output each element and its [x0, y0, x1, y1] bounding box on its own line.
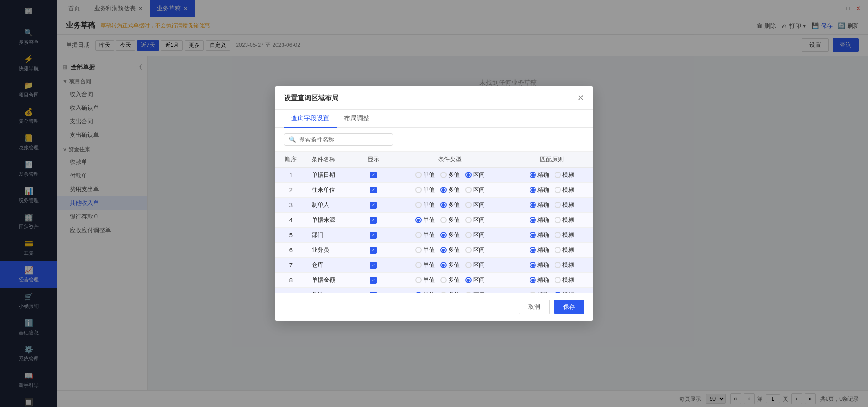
- radio-match-precise-4[interactable]: 精确: [530, 231, 549, 239]
- radio-label-multi-1: 多值: [448, 186, 460, 194]
- radio-type-range-4[interactable]: 区间: [465, 231, 485, 239]
- radio-type-range-6[interactable]: 区间: [465, 261, 485, 269]
- cell-order-5: 6: [275, 243, 307, 258]
- radio-label-single-6: 单值: [423, 261, 435, 269]
- checkbox-show-2[interactable]: ✓: [370, 202, 377, 209]
- radio-circle-single-1: [415, 187, 422, 193]
- cell-show-5[interactable]: ✓: [358, 243, 390, 258]
- radio-label-multi-2: 多值: [448, 201, 460, 209]
- radio-type-range-3[interactable]: 区间: [465, 216, 485, 224]
- table-row: 4单据来源✓单值多值区间精确模糊: [275, 213, 593, 228]
- tab-fields[interactable]: 查询字段设置: [284, 110, 337, 128]
- radio-match-circle-precise-2: [530, 202, 536, 208]
- table-row: 1单据日期✓单值多值区间精确模糊: [275, 168, 593, 183]
- radio-match-fuzzy-4[interactable]: 模糊: [555, 231, 574, 239]
- radio-type-single-0[interactable]: 单值: [415, 171, 435, 179]
- radio-circle-range-3: [465, 217, 472, 223]
- cell-match-1: 精确模糊: [510, 183, 593, 198]
- radio-type-range-1[interactable]: 区间: [465, 186, 485, 194]
- radio-circle-multi-0: [440, 172, 447, 178]
- cell-show-1[interactable]: ✓: [358, 183, 390, 198]
- cell-type-1: 单值多值区间: [389, 183, 510, 198]
- cell-show-0[interactable]: ✓: [358, 168, 390, 183]
- radio-circle-multi-4: [440, 232, 447, 238]
- checkbox-show-4[interactable]: ✓: [370, 232, 377, 239]
- cell-show-7[interactable]: ✓: [358, 273, 390, 288]
- radio-match-precise-7[interactable]: 精确: [530, 276, 549, 284]
- dialog-save-button[interactable]: 保存: [554, 300, 584, 314]
- radio-type-single-2[interactable]: 单值: [415, 201, 435, 209]
- radio-type-multi-7[interactable]: 多值: [440, 276, 460, 284]
- radio-circle-range-6: [465, 262, 472, 268]
- radio-type-single-3[interactable]: 单值: [415, 216, 435, 224]
- radio-match-fuzzy-5[interactable]: 模糊: [555, 246, 574, 254]
- radio-label-multi-3: 多值: [448, 216, 460, 224]
- radio-match-label-fuzzy-2: 模糊: [562, 201, 574, 209]
- radio-type-multi-2[interactable]: 多值: [440, 201, 460, 209]
- tab-layout[interactable]: 布局调整: [337, 110, 377, 128]
- cell-match-5: 精确模糊: [510, 243, 593, 258]
- checkbox-show-5[interactable]: ✓: [370, 247, 377, 254]
- checkbox-show-7[interactable]: ✓: [370, 277, 377, 284]
- radio-type-single-4[interactable]: 单值: [415, 231, 435, 239]
- checkbox-show-3[interactable]: ✓: [370, 217, 377, 224]
- dialog-close-button[interactable]: ✕: [577, 93, 584, 103]
- radio-type-range-5[interactable]: 区间: [465, 246, 485, 254]
- radio-circle-range-4: [465, 232, 472, 238]
- radio-match-precise-2[interactable]: 精确: [530, 201, 549, 209]
- cell-order-2: 3: [275, 198, 307, 213]
- search-input[interactable]: [299, 136, 388, 143]
- radio-match-precise-5[interactable]: 精确: [530, 246, 549, 254]
- col-show: 显示: [358, 152, 390, 168]
- radio-label-single-4: 单值: [423, 231, 435, 239]
- radio-match-fuzzy-2[interactable]: 模糊: [555, 201, 574, 209]
- radio-match-precise-3[interactable]: 精确: [530, 216, 549, 224]
- radio-type-range-2[interactable]: 区间: [465, 201, 485, 209]
- cell-order-6: 7: [275, 258, 307, 273]
- radio-match-fuzzy-6[interactable]: 模糊: [555, 261, 574, 269]
- cell-type-6: 单值多值区间: [389, 258, 510, 273]
- radio-circle-multi-5: [440, 247, 447, 253]
- cell-type-7: 单值多值区间: [389, 273, 510, 288]
- checkbox-show-0[interactable]: ✓: [370, 172, 377, 178]
- radio-type-single-5[interactable]: 单值: [415, 246, 435, 254]
- radio-match-fuzzy-1[interactable]: 模糊: [555, 186, 574, 194]
- radio-type-multi-3[interactable]: 多值: [440, 216, 460, 224]
- checkbox-show-1[interactable]: ✓: [370, 187, 377, 193]
- radio-match-fuzzy-3[interactable]: 模糊: [555, 216, 574, 224]
- radio-type-single-6[interactable]: 单值: [415, 261, 435, 269]
- cell-show-4[interactable]: ✓: [358, 228, 390, 243]
- cancel-button[interactable]: 取消: [519, 300, 550, 314]
- radio-label-single-3: 单值: [423, 216, 435, 224]
- radio-circle-single-4: [415, 232, 422, 238]
- radio-match-circle-fuzzy-4: [555, 232, 561, 238]
- radio-type-multi-6[interactable]: 多值: [440, 261, 460, 269]
- radio-circle-single-6: [415, 262, 422, 268]
- radio-match-precise-6[interactable]: 精确: [530, 261, 549, 269]
- radio-type-multi-1[interactable]: 多值: [440, 186, 460, 194]
- radio-type-multi-4[interactable]: 多值: [440, 231, 460, 239]
- radio-type-single-1[interactable]: 单值: [415, 186, 435, 194]
- col-match: 匹配原则: [510, 152, 593, 168]
- cell-show-3[interactable]: ✓: [358, 213, 390, 228]
- radio-match-label-precise-5: 精确: [537, 246, 549, 254]
- radio-type-multi-5[interactable]: 多值: [440, 246, 460, 254]
- checkbox-show-6[interactable]: ✓: [370, 262, 377, 269]
- radio-type-multi-0[interactable]: 多值: [440, 171, 460, 179]
- radio-type-range-7[interactable]: 区间: [465, 276, 485, 284]
- radio-match-label-fuzzy-7: 模糊: [562, 276, 574, 284]
- radio-match-label-fuzzy-0: 模糊: [562, 171, 574, 179]
- table-row: 9备注✓单值多值区间精确模糊: [275, 288, 593, 293]
- radio-match-fuzzy-0[interactable]: 模糊: [555, 171, 574, 179]
- radio-match-fuzzy-7[interactable]: 模糊: [555, 276, 574, 284]
- radio-type-range-0[interactable]: 区间: [465, 171, 485, 179]
- cell-name-6: 仓库: [307, 258, 358, 273]
- radio-match-precise-0[interactable]: 精确: [530, 171, 549, 179]
- cell-show-6[interactable]: ✓: [358, 258, 390, 273]
- radio-circle-single-2: [415, 202, 422, 208]
- cell-show-8[interactable]: ✓: [358, 288, 390, 293]
- radio-match-precise-1[interactable]: 精确: [530, 186, 549, 194]
- cell-match-0: 精确模糊: [510, 168, 593, 183]
- radio-type-single-7[interactable]: 单值: [415, 276, 435, 284]
- cell-show-2[interactable]: ✓: [358, 198, 390, 213]
